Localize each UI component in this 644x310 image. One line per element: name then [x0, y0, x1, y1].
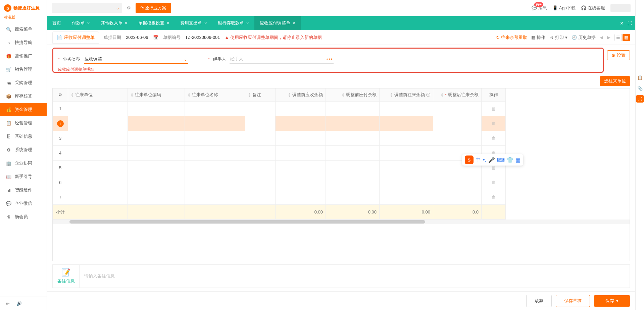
view-list-button[interactable]: ☰: [614, 34, 622, 41]
ime-mic-icon[interactable]: 🎤: [488, 157, 495, 163]
settings-button[interactable]: ⚙设置: [607, 50, 630, 60]
scrollbar-thumb[interactable]: [69, 220, 425, 224]
org-selector[interactable]: ⌄: [52, 3, 122, 13]
ime-tools-icon[interactable]: ▦: [515, 157, 521, 163]
nav-search[interactable]: 🔍搜索菜单: [0, 22, 47, 36]
handler-input[interactable]: 经手人•••: [230, 55, 334, 64]
close-icon[interactable]: ✕: [166, 21, 169, 25]
cell[interactable]: [128, 102, 185, 116]
cell[interactable]: [276, 146, 326, 161]
col-before[interactable]: ▲▼调整前往来余额?: [380, 88, 433, 102]
cell[interactable]: [68, 131, 128, 146]
cell[interactable]: [128, 190, 185, 205]
close-icon[interactable]: ✕: [246, 21, 249, 25]
calendar-icon[interactable]: 📅: [153, 35, 158, 40]
cell[interactable]: [68, 190, 128, 205]
add-row-button[interactable]: +: [53, 116, 68, 131]
cell[interactable]: [380, 146, 433, 161]
history-button[interactable]: 🕘历史单据: [572, 35, 596, 41]
tab-bank[interactable]: 银行存取款单✕: [212, 16, 254, 30]
view-card-button[interactable]: ▦: [623, 34, 630, 41]
settings-icon[interactable]: ⚙: [127, 5, 131, 10]
biz-type-select[interactable]: 应收调整⌄: [84, 55, 188, 64]
cell[interactable]: [128, 146, 185, 161]
nav-vip[interactable]: ♛畅会员: [0, 210, 47, 224]
ime-cn[interactable]: 中: [476, 157, 481, 164]
user-avatar[interactable]: [610, 4, 631, 12]
delete-row-button[interactable]: 🗑: [482, 190, 506, 205]
discard-button[interactable]: 放弃: [526, 295, 552, 307]
cell[interactable]: [380, 190, 433, 205]
close-icon[interactable]: ✕: [204, 21, 207, 25]
cell[interactable]: [245, 146, 276, 161]
cell[interactable]: [276, 175, 326, 190]
cell[interactable]: [128, 175, 185, 190]
save-draft-button[interactable]: 保存草稿: [556, 295, 590, 307]
try-industry-button[interactable]: 体验行业方案: [136, 3, 171, 13]
cell[interactable]: [326, 116, 380, 131]
cell[interactable]: [433, 102, 482, 116]
delete-row-button[interactable]: 🗑: [482, 131, 506, 146]
cell[interactable]: [433, 131, 482, 146]
cell[interactable]: [276, 102, 326, 116]
col-recv[interactable]: ▲▼调整前应收余额: [276, 88, 326, 102]
tab-payment[interactable]: 付款单✕: [66, 16, 95, 30]
cell[interactable]: [326, 102, 380, 116]
cell[interactable]: [68, 146, 128, 161]
cell[interactable]: [433, 116, 482, 131]
cell[interactable]: [128, 131, 185, 146]
delete-row-button[interactable]: 🗑: [482, 175, 506, 190]
cell[interactable]: [68, 116, 128, 131]
cell[interactable]: [433, 190, 482, 205]
cell[interactable]: [128, 161, 185, 175]
cell[interactable]: [276, 116, 326, 131]
cell[interactable]: [245, 161, 276, 175]
next-icon[interactable]: ▶: [607, 35, 610, 40]
nav-guide[interactable]: 📖新手引导: [0, 170, 47, 183]
cell[interactable]: [185, 146, 245, 161]
cell[interactable]: [68, 102, 128, 116]
col-settings[interactable]: ⚙: [53, 88, 68, 102]
more-icon[interactable]: •••: [326, 57, 333, 62]
cell[interactable]: [326, 175, 380, 190]
messages-button[interactable]: 💬消息99+: [532, 5, 547, 11]
nav-system[interactable]: ⚙系统管理: [0, 143, 47, 157]
close-icon[interactable]: ✕: [292, 21, 295, 25]
select-unit-button[interactable]: 选往来单位: [600, 76, 630, 86]
cell[interactable]: [433, 175, 482, 190]
reget-balance-button[interactable]: ↻往来余额重取: [496, 35, 527, 41]
col-pay[interactable]: ▲▼调整前应付余额: [326, 88, 380, 102]
col-name[interactable]: ▲▼往来单位名称: [185, 88, 245, 102]
tab-home[interactable]: 首页: [47, 16, 66, 30]
cell[interactable]: [185, 175, 245, 190]
cell[interactable]: [245, 102, 276, 116]
cell[interactable]: [276, 131, 326, 146]
nav-wechat[interactable]: 💬企业微信: [0, 197, 47, 210]
app-download-button[interactable]: 📱App下载: [552, 5, 576, 11]
ime-toolbar[interactable]: S 中 •, 🎤 ⌨ 👕 ▦: [462, 154, 523, 166]
col-unit[interactable]: ▲▼往来单位: [68, 88, 128, 102]
help-icon[interactable]: ?: [426, 93, 430, 97]
cell[interactable]: [326, 146, 380, 161]
delete-row-button[interactable]: 🗑: [482, 116, 506, 131]
ime-skin-icon[interactable]: 👕: [507, 157, 513, 163]
tab-expense[interactable]: 费用支出单✕: [175, 16, 212, 30]
cell[interactable]: [185, 131, 245, 146]
cell[interactable]: [68, 161, 128, 175]
cell[interactable]: [380, 175, 433, 190]
delete-row-button[interactable]: 🗑: [482, 102, 506, 116]
save-button[interactable]: 保存▾: [594, 295, 630, 307]
cell[interactable]: [128, 116, 185, 131]
prev-icon[interactable]: ◀: [600, 35, 603, 40]
cell[interactable]: [380, 116, 433, 131]
tab-template[interactable]: 单据模板设置✕: [133, 16, 175, 30]
sound-icon[interactable]: 🔊: [16, 301, 22, 306]
cell[interactable]: [185, 116, 245, 131]
remark-input[interactable]: 请输入备注信息: [80, 268, 630, 284]
cell[interactable]: [276, 161, 326, 175]
cell[interactable]: [276, 190, 326, 205]
cell[interactable]: [68, 175, 128, 190]
dock-attach-button[interactable]: 📎: [636, 84, 644, 92]
nav-hardware[interactable]: 🖥智能硬件: [0, 183, 47, 197]
cell[interactable]: [380, 131, 433, 146]
